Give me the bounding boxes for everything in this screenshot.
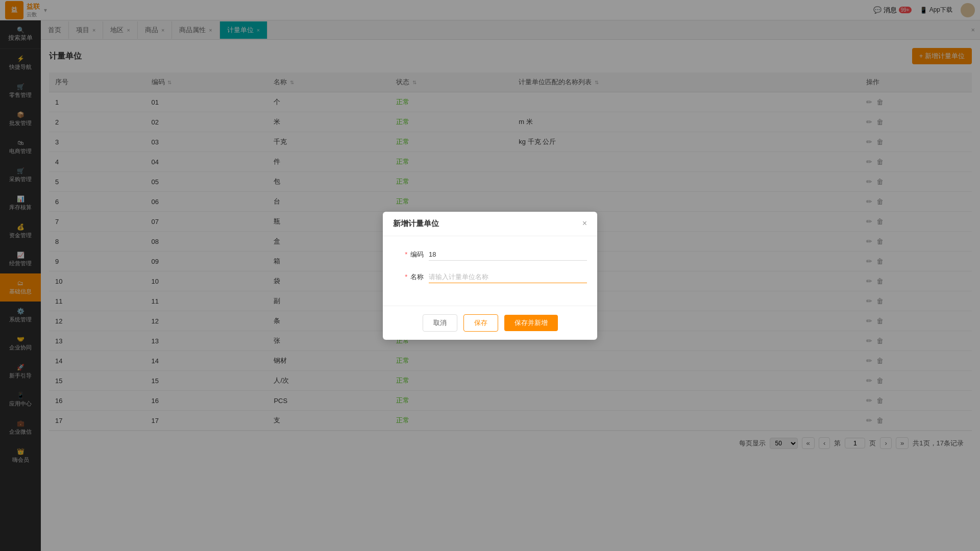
modal-close-button[interactable]: × [582, 219, 587, 228]
code-input[interactable] [429, 248, 587, 261]
form-row-name: * 名称 [393, 271, 587, 283]
modal-footer: 取消 保存 保存并新增 [383, 306, 597, 340]
modal: 新增计量单位 × * 编码 * 名称 [383, 212, 597, 340]
code-label: * 编码 [393, 250, 424, 259]
name-input[interactable] [429, 271, 587, 283]
form-row-code: * 编码 [393, 248, 587, 261]
modal-header: 新增计量单位 × [383, 212, 597, 236]
name-label: * 名称 [393, 272, 424, 282]
cancel-button[interactable]: 取消 [423, 314, 457, 332]
modal-overlay[interactable]: 新增计量单位 × * 编码 * 名称 [0, 0, 980, 551]
app-container: 益 益联 云数 ▾ 💬 消息 99+ 📱 App下载 [0, 0, 980, 551]
save-new-button[interactable]: 保存并新增 [504, 315, 558, 331]
modal-body: * 编码 * 名称 [383, 236, 597, 306]
modal-title: 新增计量单位 [393, 219, 439, 229]
save-button[interactable]: 保存 [463, 314, 498, 332]
